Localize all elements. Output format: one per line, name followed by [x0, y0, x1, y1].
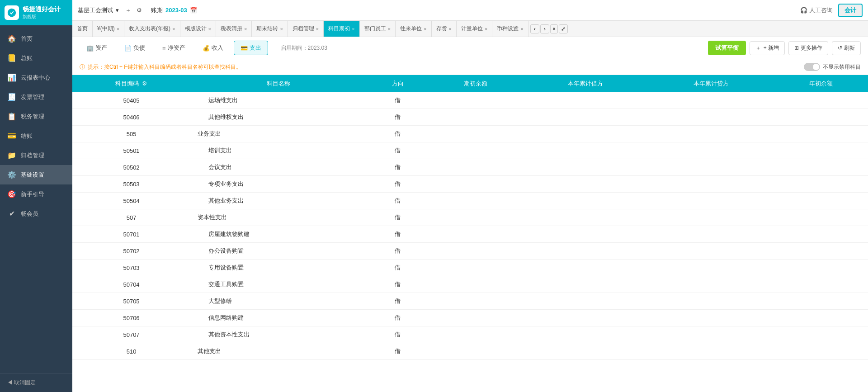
- sidebar-item-checkout[interactable]: 💳 结账: [0, 126, 72, 146]
- settings-gear-icon[interactable]: ⚙: [137, 7, 142, 14]
- sidebar-item-guide[interactable]: 🎯 新手引导: [0, 184, 72, 204]
- tab-contacts-label: 往来单位: [400, 25, 422, 33]
- sidebar-footer-label: ◀ 取消固定: [7, 379, 36, 387]
- table-row[interactable]: 50503专项业务支出借: [72, 176, 868, 193]
- tab-unit[interactable]: 计量单位 ×: [457, 21, 492, 37]
- sidebar-item-reports[interactable]: 📊 云报表中心: [0, 68, 72, 87]
- company-selector[interactable]: 基层工会测试 ▾: [78, 6, 119, 14]
- tab-inventory[interactable]: 存货 ×: [432, 21, 457, 37]
- tab-unit-close[interactable]: ×: [485, 26, 487, 32]
- tab-expand-button[interactable]: ⤢: [559, 24, 568, 33]
- tab-prev-button[interactable]: ‹: [530, 24, 539, 33]
- tab-income-close[interactable]: ×: [172, 26, 175, 32]
- table-row[interactable]: 510其他支出借: [72, 343, 868, 360]
- subtab-net-asset[interactable]: ≡ 净资产: [156, 41, 192, 55]
- balance-button[interactable]: 试算平衡: [708, 41, 746, 55]
- col-code-label: 科目编码: [115, 80, 139, 87]
- tab-inventory-close[interactable]: ×: [449, 26, 452, 32]
- refresh-icon: ↺: [838, 45, 842, 51]
- col-year-credit: 本年累计贷方: [648, 75, 774, 92]
- add-company-icon[interactable]: ＋: [125, 6, 131, 14]
- table-row[interactable]: 50703专用设备购置借: [72, 260, 868, 276]
- ledger-icon: 📒: [7, 54, 16, 62]
- tab-home[interactable]: 首页: [72, 21, 93, 37]
- tab-archive-close[interactable]: ×: [316, 26, 319, 32]
- table-row[interactable]: 50701房屋建筑物购建借: [72, 226, 868, 243]
- tab-taxform[interactable]: 税表清册 ×: [216, 21, 252, 37]
- asset-icon: 🏢: [86, 45, 94, 52]
- sidebar-logo: 畅捷通好会计 旗舰版: [0, 0, 72, 25]
- sidebar-item-member[interactable]: ✔ 畅会员: [0, 204, 72, 223]
- tab-interim-close[interactable]: ×: [117, 26, 119, 32]
- content-area: 🏢 资产 📄 负债 ≡ 净资产 💰 收入 💳 支出 启用期间：2023.03: [72, 37, 868, 392]
- table-row[interactable]: 50706信息网络购建借: [72, 310, 868, 326]
- table-row[interactable]: 50707其他资本性支出借: [72, 326, 868, 343]
- add-button[interactable]: ＋ + 新增: [750, 41, 785, 55]
- tab-subject-period[interactable]: 科目期初 ×: [324, 21, 359, 37]
- tab-currency[interactable]: 币种设置 ×: [492, 21, 528, 37]
- sidebar-item-archive[interactable]: 📁 归档管理: [0, 146, 72, 165]
- net-asset-icon: ≡: [162, 45, 166, 52]
- logo-text: 畅捷通好会计 旗舰版: [23, 5, 61, 20]
- more-button[interactable]: ⊞ 更多操作: [788, 41, 828, 55]
- tab-currency-close[interactable]: ×: [520, 26, 523, 32]
- table-row[interactable]: 50405运场维支出借: [72, 92, 868, 109]
- tab-period-end[interactable]: 期末结转 ×: [252, 21, 288, 37]
- subtab-liability[interactable]: 📄 负债: [118, 41, 152, 55]
- logo-icon: [5, 5, 19, 20]
- tab-income[interactable]: 收入支出表(年报) ×: [124, 21, 180, 37]
- tab-close-all-button[interactable]: ×: [550, 24, 558, 33]
- sidebar-item-invoice[interactable]: 🧾 发票管理: [0, 87, 72, 107]
- sidebar-item-home[interactable]: 🏠 首页: [0, 29, 72, 48]
- sidebar-footer-collapse[interactable]: ◀ 取消固定: [0, 373, 72, 392]
- archive-icon: 📁: [7, 151, 16, 160]
- tab-period-end-close[interactable]: ×: [280, 26, 283, 32]
- sidebar-item-settings[interactable]: ⚙️ 基础设置: [0, 165, 72, 184]
- tab-subject-label: 科目期初: [328, 25, 350, 33]
- tab-department[interactable]: 部门员工 ×: [360, 21, 396, 37]
- tab-template-label: 模版设计: [185, 25, 207, 33]
- tab-department-close[interactable]: ×: [388, 26, 391, 32]
- guide-icon: 🎯: [7, 190, 16, 198]
- consult-button[interactable]: 🎧 人工咨询: [800, 6, 833, 14]
- col-settings-icon[interactable]: ⚙: [142, 80, 147, 87]
- subtab-income-label: 收入: [212, 44, 223, 52]
- sidebar-label-ledger: 总账: [21, 54, 33, 62]
- add-icon: ＋: [755, 44, 761, 52]
- table-row[interactable]: 50705大型修缮借: [72, 293, 868, 310]
- table-row[interactable]: 50702办公设备购置借: [72, 243, 868, 260]
- tab-contacts[interactable]: 往来单位 ×: [396, 21, 431, 37]
- sidebar-item-tax[interactable]: 📋 税务管理: [0, 107, 72, 126]
- table-row[interactable]: 50406其他维权支出借: [72, 109, 868, 126]
- table-row[interactable]: 50704交通工具购置借: [72, 276, 868, 293]
- table-row[interactable]: 50502会议支出借: [72, 159, 868, 176]
- period-value: 2023-03: [165, 7, 187, 14]
- tab-archive[interactable]: 归档管理 ×: [288, 21, 324, 37]
- topbar: 基层工会测试 ▾ ＋ ⚙ 账期 2023-03 📅 🎧 人工咨询 会计: [72, 0, 868, 21]
- sidebar-label-checkout: 结账: [21, 132, 33, 140]
- accountant-button[interactable]: 会计: [838, 4, 863, 17]
- sidebar-item-ledger[interactable]: 📒 总账: [0, 48, 72, 68]
- subtab-expenditure[interactable]: 💳 支出: [234, 41, 268, 55]
- tab-unit-label: 计量单位: [461, 25, 483, 33]
- table-row[interactable]: 505业务支出借: [72, 126, 868, 142]
- disable-toggle[interactable]: [804, 63, 820, 71]
- tab-interim[interactable]: ¥(中期) ×: [93, 21, 124, 37]
- calendar-icon[interactable]: 📅: [190, 7, 197, 14]
- tab-subject-close[interactable]: ×: [352, 26, 354, 32]
- tab-next-button[interactable]: ›: [540, 24, 549, 33]
- tab-template[interactable]: 模版设计 ×: [180, 21, 216, 37]
- member-icon: ✔: [7, 209, 16, 218]
- topbar-actions: ＋ ⚙: [125, 6, 142, 14]
- table-row[interactable]: 507资本性支出借: [72, 209, 868, 226]
- subtab-asset[interactable]: 🏢 资产: [80, 41, 114, 55]
- table-row[interactable]: 50504其他业务支出借: [72, 193, 868, 209]
- refresh-button[interactable]: ↺ 刷新: [832, 41, 861, 55]
- tab-inventory-label: 存货: [436, 25, 447, 33]
- tab-contacts-close[interactable]: ×: [424, 26, 426, 32]
- tab-taxform-close[interactable]: ×: [244, 26, 247, 32]
- subtab-income[interactable]: 💰 收入: [196, 41, 230, 55]
- tab-template-close[interactable]: ×: [208, 26, 211, 32]
- tax-icon: 📋: [7, 112, 16, 121]
- table-row[interactable]: 50501培训支出借: [72, 142, 868, 159]
